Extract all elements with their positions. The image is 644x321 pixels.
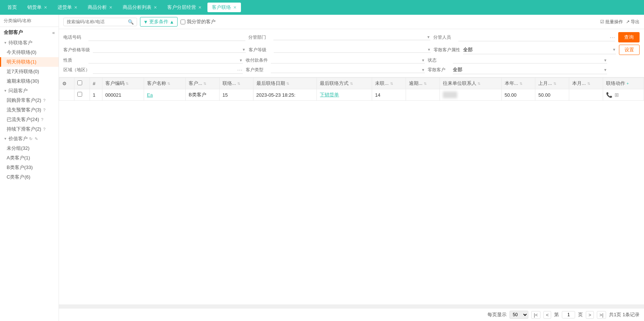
nav-sales-order[interactable]: 销货单 ✕ xyxy=(23,3,52,12)
cell-last-month: 50.00 xyxy=(535,89,569,101)
close-icon[interactable]: ✕ xyxy=(74,5,77,10)
col-checkbox xyxy=(74,78,90,89)
cell-checkbox xyxy=(74,89,90,101)
action-icons-group: 📞 ⊞ xyxy=(606,92,641,98)
filter-cell-customer-level: 客户等级 ▼ xyxy=(249,47,431,53)
filter-cell-region: 区域（地区） ··· xyxy=(63,66,243,74)
table-area: ⚙ # 客户编码 ⇅ 客户名称 ⇅ 客户... ⇅ 联络... ⇅ 最后联络日期… xyxy=(59,77,644,304)
cell-name[interactable]: Ea xyxy=(144,89,185,101)
row-checkbox[interactable] xyxy=(77,92,82,97)
col-contacts[interactable]: 联络... ⇅ xyxy=(219,78,253,89)
sidebar-group-pending: 待联络客户 xyxy=(0,38,59,48)
col-settings[interactable]: ⚙ xyxy=(59,78,74,89)
sidebar-item-class-a[interactable]: A类客户(1) xyxy=(0,153,59,163)
region-select[interactable]: ··· xyxy=(93,66,243,74)
close-icon[interactable]: ✕ xyxy=(154,5,157,10)
close-icon[interactable]: ✕ xyxy=(198,5,202,10)
col-level[interactable]: 客户... ⇅ xyxy=(185,78,219,89)
price-level-select[interactable]: ▼ xyxy=(93,47,246,53)
sidebar-item-repurchase-abnormal[interactable]: 回购异常客户(2) ? xyxy=(0,96,59,105)
per-page-select[interactable]: 50 100 200 xyxy=(510,311,528,319)
h-scrollbar[interactable] xyxy=(59,304,644,308)
checkbox-icon: ☑ xyxy=(600,19,604,24)
query-button[interactable]: 查询 xyxy=(618,32,640,42)
page-input[interactable] xyxy=(562,311,575,318)
main-search-icon[interactable]: 🔍 xyxy=(128,19,134,25)
col-unit-contact[interactable]: 往来单位联系人 ⇅ xyxy=(440,78,501,89)
filter-icon: ▼ xyxy=(143,19,148,25)
grid-action-icon[interactable]: ⊞ xyxy=(615,92,619,98)
nature-select[interactable]: ▼ xyxy=(88,58,243,63)
export-btn[interactable]: ↗ 导出 xyxy=(626,19,640,25)
top-nav: 首页 销货单 ✕ 进货单 ✕ 商品分析 ✕ 商品分析列表 ✕ 客户分层经营 ✕ … xyxy=(0,0,644,15)
sidebar-item-week7[interactable]: 近7天待联络(0) xyxy=(0,67,59,76)
filter-cell-customer-type: 客户类型 ▼ xyxy=(246,67,425,73)
nav-customer-contact[interactable]: 客户联络 ✕ xyxy=(207,3,241,12)
col-this-year[interactable]: 本年... ⇅ xyxy=(501,78,535,89)
batch-ops-btn[interactable]: ☑ 批量操作 xyxy=(600,19,623,25)
sidebar-group-problem: 问题客户 xyxy=(0,86,59,96)
sidebar-item-tomorrow[interactable]: 明天待联络(1) xyxy=(0,57,59,67)
sidebar-item-declining[interactable]: 持续下滑客户(2) ? xyxy=(0,124,59,134)
retail-attr-select[interactable]: 全部 ▼ xyxy=(463,46,616,54)
col-last-month[interactable]: 上月... ⇅ xyxy=(535,78,569,89)
col-last-date[interactable]: 最后联络日期 ⇅ xyxy=(253,78,317,89)
sidebar-item-ungrouped[interactable]: 未分组(32) xyxy=(0,144,59,153)
nav-product-analysis[interactable]: 商品分析 ✕ xyxy=(83,3,117,12)
customer-type-select[interactable]: ▼ xyxy=(271,67,425,73)
sidebar: 🔍 全部客户 « 待联络客户 今天待联络(0) 明天待联络(1) 近7天待联络(… xyxy=(0,15,59,321)
col-this-month[interactable]: 本月... ⇅ xyxy=(569,78,603,89)
collapse-icon[interactable]: « xyxy=(52,30,55,35)
first-page-btn[interactable]: |< xyxy=(531,311,540,319)
sidebar-item-class-c[interactable]: C类客户(6) xyxy=(0,172,59,182)
my-customers-checkbox[interactable]: 我分管的客户 xyxy=(181,18,216,25)
cell-last-method[interactable]: 下销货单 xyxy=(317,89,372,101)
edit-icon[interactable]: ✎ xyxy=(35,137,38,141)
last-page-btn[interactable]: >| xyxy=(597,311,606,319)
sidebar-item-today[interactable]: 今天待联络(0) xyxy=(0,48,59,57)
nav-customer-segment[interactable]: 客户分层经营 ✕ xyxy=(163,3,206,12)
filter-cell-person: 分管人员 ··· xyxy=(433,34,615,41)
person-select[interactable]: ··· xyxy=(458,34,615,41)
select-all-checkbox[interactable] xyxy=(77,80,82,85)
nav-purchase-order[interactable]: 进货单 ✕ xyxy=(53,3,82,12)
payment-select[interactable]: ▼ xyxy=(271,58,425,63)
cell-not-contacted: 14 xyxy=(372,89,406,101)
cell-last-date: 2023-05-23 18:25: xyxy=(253,89,317,101)
more-conditions-btn[interactable]: ▼ 更多条件 ▲ xyxy=(140,17,178,27)
refresh-icon[interactable]: ↻ xyxy=(29,137,32,141)
search-box: 🔍 xyxy=(63,18,137,26)
settings-button[interactable]: 设置 xyxy=(619,45,640,55)
close-icon[interactable]: ✕ xyxy=(233,5,237,10)
phone-input[interactable] xyxy=(88,34,245,41)
chevron-down-icon: ▼ xyxy=(427,48,431,52)
main-search-input[interactable] xyxy=(67,19,128,24)
sidebar-search-input[interactable] xyxy=(4,18,59,23)
per-page-label: 每页显示 xyxy=(487,311,507,318)
prev-page-btn[interactable]: < xyxy=(543,311,552,319)
advanced-filter: 电话号码 分管部门 ▼ 分管人员 ··· 查询 xyxy=(59,29,644,77)
col-code[interactable]: 客户编码 ⇅ xyxy=(102,78,144,89)
dept-select[interactable]: ▼ xyxy=(273,34,430,40)
col-overdue[interactable]: 逾期... ⇅ xyxy=(406,78,440,89)
col-name[interactable]: 客户名称 ⇅ xyxy=(144,78,185,89)
close-icon[interactable]: ✕ xyxy=(44,5,47,10)
sidebar-item-overdue[interactable]: 逾期未联络(30) xyxy=(0,76,59,86)
phone-action-icon[interactable]: 📞 xyxy=(606,92,612,98)
retail-customer-select[interactable]: 全部 ▼ xyxy=(453,66,607,74)
my-customers-check[interactable] xyxy=(181,20,185,24)
sidebar-group-value: 价值客户 ↻ ✎ xyxy=(0,134,59,144)
sidebar-item-churn-warning[interactable]: 流失预警客户(3) ? xyxy=(0,105,59,115)
filter-row-2: 客户价格等级 ▼ 客户等级 ▼ 零散客户属性 全部 ▼ xyxy=(63,45,640,55)
nav-product-analysis-list[interactable]: 商品分析列表 ✕ xyxy=(118,3,161,12)
sidebar-item-class-b[interactable]: B类客户(33) xyxy=(0,163,59,172)
customer-level-select[interactable]: ▼ xyxy=(274,47,431,53)
sidebar-item-churned[interactable]: 已流失客户(24) ? xyxy=(0,115,59,124)
col-last-method[interactable]: 最后联络方式 ⇅ xyxy=(317,78,372,89)
col-not-contacted[interactable]: 未联... ⇅ xyxy=(372,78,406,89)
nav-home[interactable]: 首页 xyxy=(3,3,21,12)
action-add-icon[interactable]: + xyxy=(627,81,629,86)
next-page-btn[interactable]: > xyxy=(586,311,594,319)
status-select[interactable]: ▼ xyxy=(453,58,607,63)
close-icon[interactable]: ✕ xyxy=(109,5,112,10)
